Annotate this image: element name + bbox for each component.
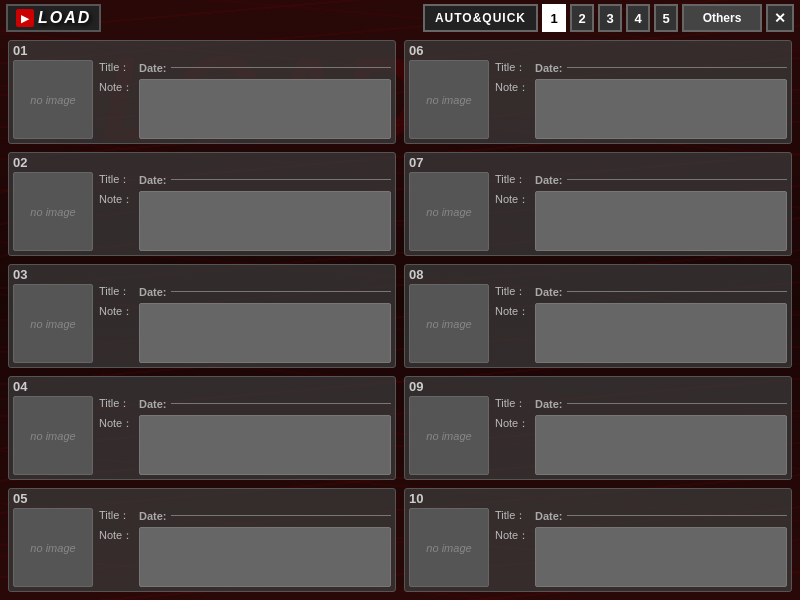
title-row-09: Title： Date: [495,396,787,411]
slot-number-01: 01 [9,41,395,58]
others-button[interactable]: Others [682,4,762,32]
slot-fields-09: Title： Date: Note： [495,396,787,475]
slot-number-08: 08 [405,265,791,282]
tab-4-button[interactable]: 4 [626,4,650,32]
save-slot-02[interactable]: 02 no image Title： Date: Note： [4,148,400,260]
title-row-04: Title： Date: [99,396,391,411]
slot-inner-01: 01 no image Title： Date: Note： [8,40,396,144]
slot-thumbnail-04: no image [13,396,93,475]
note-row-05: Note： [99,527,391,587]
note-row-10: Note： [495,527,787,587]
note-label-09: Note： [495,415,533,431]
save-slot-grid: 01 no image Title： Date: Note： 06 [0,36,800,600]
slot-fields-06: Title： Date: Note： [495,60,787,139]
title-label-02: Title： [99,172,137,187]
note-box-06[interactable] [535,79,787,139]
tab-5-button[interactable]: 5 [654,4,678,32]
title-line-06 [567,67,787,68]
note-box-05[interactable] [139,527,391,587]
date-label-06: Date: [535,62,563,74]
note-box-01[interactable] [139,79,391,139]
save-slot-06[interactable]: 06 no image Title： Date: Note： [400,36,796,148]
close-button[interactable]: ✕ [766,4,794,32]
slot-number-05: 05 [9,489,395,506]
tab-2-button[interactable]: 2 [570,4,594,32]
date-label-08: Date: [535,286,563,298]
slot-inner-09: 09 no image Title： Date: Note： [404,376,792,480]
slot-inner-04: 04 no image Title： Date: Note： [8,376,396,480]
slot-thumbnail-01: no image [13,60,93,139]
tab-3-button[interactable]: 3 [598,4,622,32]
slot-inner-06: 06 no image Title： Date: Note： [404,40,792,144]
title-row-05: Title： Date: [99,508,391,523]
title-row-10: Title： Date: [495,508,787,523]
save-slot-10[interactable]: 10 no image Title： Date: Note： [400,484,796,596]
note-row-07: Note： [495,191,787,251]
note-label-08: Note： [495,303,533,319]
slot-content-02: no image Title： Date: Note： [9,170,395,255]
slot-number-07: 07 [405,153,791,170]
slot-fields-08: Title： Date: Note： [495,284,787,363]
slot-number-10: 10 [405,489,791,506]
date-label-04: Date: [139,398,167,410]
title-row-02: Title： Date: [99,172,391,187]
tab-1-button[interactable]: 1 [542,4,566,32]
save-slot-07[interactable]: 07 no image Title： Date: Note： [400,148,796,260]
note-label-03: Note： [99,303,137,319]
note-box-02[interactable] [139,191,391,251]
note-row-09: Note： [495,415,787,475]
date-label-02: Date: [139,174,167,186]
slot-inner-05: 05 no image Title： Date: Note： [8,488,396,592]
title-line-09 [567,403,787,404]
note-label-06: Note： [495,79,533,95]
slot-thumbnail-08: no image [409,284,489,363]
title-line-08 [567,291,787,292]
title-row-01: Title： Date: [99,60,391,75]
note-row-06: Note： [495,79,787,139]
slot-inner-08: 08 no image Title： Date: Note： [404,264,792,368]
note-label-02: Note： [99,191,137,207]
note-row-02: Note： [99,191,391,251]
title-label-04: Title： [99,396,137,411]
slot-fields-03: Title： Date: Note： [99,284,391,363]
slot-content-07: no image Title： Date: Note： [405,170,791,255]
save-slot-03[interactable]: 03 no image Title： Date: Note： [4,260,400,372]
slot-fields-05: Title： Date: Note： [99,508,391,587]
note-label-10: Note： [495,527,533,543]
date-label-07: Date: [535,174,563,186]
note-box-08[interactable] [535,303,787,363]
save-slot-01[interactable]: 01 no image Title： Date: Note： [4,36,400,148]
slot-inner-03: 03 no image Title： Date: Note： [8,264,396,368]
slot-fields-04: Title： Date: Note： [99,396,391,475]
note-box-04[interactable] [139,415,391,475]
slot-content-09: no image Title： Date: Note： [405,394,791,479]
save-slot-05[interactable]: 05 no image Title： Date: Note： [4,484,400,596]
title-row-07: Title： Date: [495,172,787,187]
slot-content-01: no image Title： Date: Note： [9,58,395,143]
slot-thumbnail-02: no image [13,172,93,251]
slot-number-06: 06 [405,41,791,58]
save-slot-04[interactable]: 04 no image Title： Date: Note： [4,372,400,484]
title-line-01 [171,67,391,68]
title-row-08: Title： Date: [495,284,787,299]
slot-number-03: 03 [9,265,395,282]
save-slot-09[interactable]: 09 no image Title： Date: Note： [400,372,796,484]
header: ▶ LOAD AUTO&QUICK 1 2 3 4 5 Others ✕ [0,0,800,36]
title-label-05: Title： [99,508,137,523]
title-line-05 [171,515,391,516]
note-box-10[interactable] [535,527,787,587]
logo-icon: ▶ [16,9,34,27]
date-label-03: Date: [139,286,167,298]
autoquick-button[interactable]: AUTO&QUICK [423,4,538,32]
slot-content-10: no image Title： Date: Note： [405,506,791,591]
note-box-09[interactable] [535,415,787,475]
logo: ▶ LOAD [6,4,101,32]
title-line-04 [171,403,391,404]
title-row-03: Title： Date: [99,284,391,299]
title-line-07 [567,179,787,180]
note-box-07[interactable] [535,191,787,251]
date-label-10: Date: [535,510,563,522]
note-label-01: Note： [99,79,137,95]
save-slot-08[interactable]: 08 no image Title： Date: Note： [400,260,796,372]
note-box-03[interactable] [139,303,391,363]
